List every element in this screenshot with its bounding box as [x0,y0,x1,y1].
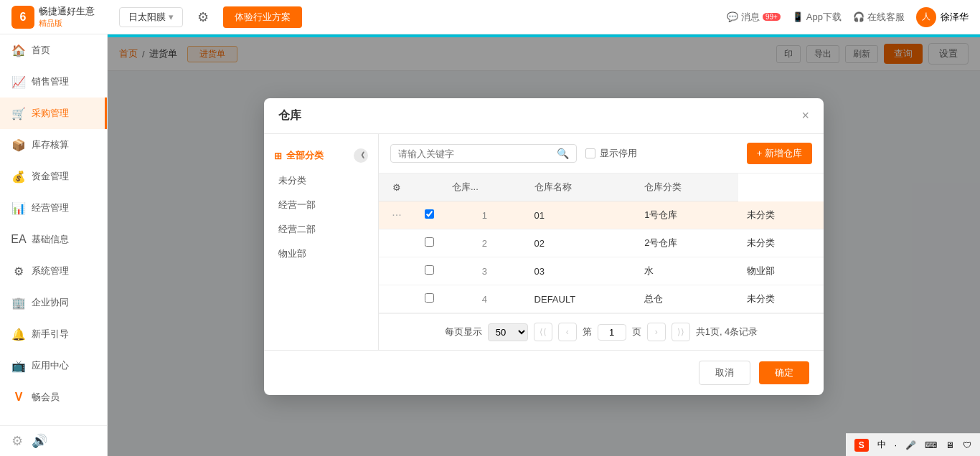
trial-button[interactable]: 体验行业方案 [223,6,302,28]
sales-icon: 📈 [11,75,26,89]
user-info[interactable]: 人 徐泽华 [916,7,969,27]
row-checkbox-cell[interactable] [415,201,443,229]
row-menu-button[interactable]: ··· [392,209,401,222]
taskbar-keyboard-icon[interactable]: ⌨ [925,440,937,450]
sidebar-item-enterprise[interactable]: 🏢 企业协同 [0,287,107,318]
taskbar-s-icon: S [854,439,869,452]
prev-page-button[interactable]: ‹ [558,323,577,341]
inventory-icon: 📦 [11,138,26,152]
phone-icon: 📱 [792,11,804,22]
sidebar-volume-icon[interactable]: 🔊 [32,433,47,449]
taskbar-cn-icon[interactable]: 中 [877,439,886,451]
modal-close-button[interactable]: × [801,108,809,123]
sidebar-item-system[interactable]: ⚙ 系统管理 [0,255,107,287]
th-settings: ⚙ [379,174,415,201]
row-gear-cell[interactable] [379,285,415,313]
page-number-input[interactable] [598,324,626,341]
online-service-item[interactable]: 🎧 在线客服 [853,11,905,24]
topbar-right: 💬 消息 99+ 📱 App下载 🎧 在线客服 人 徐泽华 [727,7,969,27]
row-index: 1 [443,201,526,229]
collapse-button[interactable]: 《 [354,148,368,163]
row-name: 水 [636,257,738,285]
per-page-select[interactable]: 50 100 [488,323,528,341]
show-disabled-option: 显示停用 [585,147,637,160]
row-category: 未分类 [738,229,824,257]
new-warehouse-button[interactable]: + 新增仓库 [747,143,812,164]
row-checkbox-cell[interactable] [415,229,443,257]
row-checkbox[interactable] [425,293,434,303]
topbar: 6 畅捷通好生意 精品版 日太阳膜 ▾ ⚙ 体验行业方案 💬 消息 99+ 📱 … [0,0,980,34]
main-content: 首页 / 进货单 进货单 印 导出 刷新 查询 设置 [108,34,980,456]
row-checkbox[interactable] [425,265,434,275]
confirm-button[interactable]: 确定 [759,361,809,384]
system-icon: ⚙ [11,264,26,278]
notification-item[interactable]: 💬 消息 99+ [727,11,781,24]
enterprise-icon: 🏢 [11,295,26,310]
row-code: 02 [526,229,636,257]
basic-info-icon: EA [11,232,26,247]
topbar-center: 日太阳膜 ▾ ⚙ 体验行业方案 [119,6,727,29]
th-category: 仓库分类 [636,174,738,201]
warehouse-table-element: ⚙ 仓库... 仓库名称 [379,174,824,313]
logo-text: 畅捷通好生意 精品版 [39,6,95,28]
sidebar: 🏠 首页 📈 销售管理 🛒 采购管理 📦 库存核算 💰 资金管理 📊 经营管理 … [0,34,108,456]
table-row[interactable]: 3 03 水 物业部 [379,257,824,285]
search-input[interactable] [398,148,552,159]
show-disabled-checkbox[interactable] [585,148,595,158]
next-page-button[interactable]: › [647,323,666,341]
sidebar-item-home[interactable]: 🏠 首页 [0,34,107,66]
modal-toolbar: 🔍 显示停用 + 新增仓库 [379,134,824,174]
row-category: 物业部 [738,257,824,285]
row-gear-cell[interactable]: ··· [379,201,415,229]
taskbar-monitor-icon[interactable]: 🖥 [946,440,954,450]
row-checkbox[interactable] [425,237,434,247]
headset-icon: 🎧 [853,11,864,22]
sidebar-item-basic-info[interactable]: EA 基础信息 [0,224,107,255]
row-gear-cell[interactable] [379,229,415,257]
warehouse-table: ⚙ 仓库... 仓库名称 [379,174,824,313]
table-row[interactable]: 2 02 2号仓库 未分类 [379,229,824,257]
sidebar-settings-icon[interactable]: ⚙ [11,433,23,449]
row-checkbox-cell[interactable] [415,257,443,285]
sidebar-item-purchase[interactable]: 🛒 采购管理 [0,98,107,129]
table-row[interactable]: ··· 1 01 1号仓库 未分类 [379,201,824,229]
sidebar-item-finance[interactable]: 💰 资金管理 [0,161,107,192]
th-checkbox [415,174,443,201]
settings-icon[interactable]: ⚙ [192,6,215,29]
taskbar-mic-icon[interactable]: 🎤 [905,440,916,450]
sidebar-item-membership[interactable]: V 畅会员 [0,381,107,413]
store-selector[interactable]: 日太阳膜 ▾ [119,7,183,27]
row-checkbox-cell[interactable] [415,285,443,313]
pagination: 每页显示 50 100 ⟨⟨ ‹ 第 页 › [379,313,824,350]
sidebar-item-app-center[interactable]: 📺 应用中心 [0,350,107,381]
row-code: 03 [526,257,636,285]
taskbar-shield-icon[interactable]: 🛡 [963,440,971,450]
category-item-ops1[interactable]: 经营一部 [264,193,378,217]
search-box[interactable]: 🔍 [390,144,577,163]
category-item-ops2[interactable]: 经营二部 [264,217,378,242]
sidebar-item-inventory[interactable]: 📦 库存核算 [0,129,107,161]
first-page-button[interactable]: ⟨⟨ [534,323,552,341]
row-gear-cell[interactable] [379,257,415,285]
grid-icon: ⊞ [274,151,282,161]
row-checkbox[interactable] [425,209,434,219]
sidebar-item-sales[interactable]: 📈 销售管理 [0,66,107,98]
search-icon[interactable]: 🔍 [557,148,569,159]
row-index: 4 [443,285,526,313]
last-page-button[interactable]: ⟩⟩ [672,323,690,341]
row-code: DEFAULT [526,285,636,313]
main-layout: 🏠 首页 📈 销售管理 🛒 采购管理 📦 库存核算 💰 资金管理 📊 经营管理 … [0,34,980,456]
notification-badge: 99+ [763,13,781,21]
app-download-item[interactable]: 📱 App下载 [792,11,842,24]
modal-right-panel: 🔍 显示停用 + 新增仓库 [379,134,824,350]
all-category-header[interactable]: ⊞ 全部分类 《 [264,143,378,168]
category-item-unclassified[interactable]: 未分类 [264,168,378,193]
sidebar-item-operations[interactable]: 📊 经营管理 [0,192,107,224]
cancel-button[interactable]: 取消 [699,361,750,385]
row-category: 未分类 [738,201,824,229]
sidebar-item-guide[interactable]: 🔔 新手引导 [0,318,107,350]
table-row[interactable]: 4 DEFAULT 总仓 未分类 [379,285,824,313]
category-item-property[interactable]: 物业部 [264,242,378,266]
finance-icon: 💰 [11,169,26,184]
row-index: 3 [443,257,526,285]
